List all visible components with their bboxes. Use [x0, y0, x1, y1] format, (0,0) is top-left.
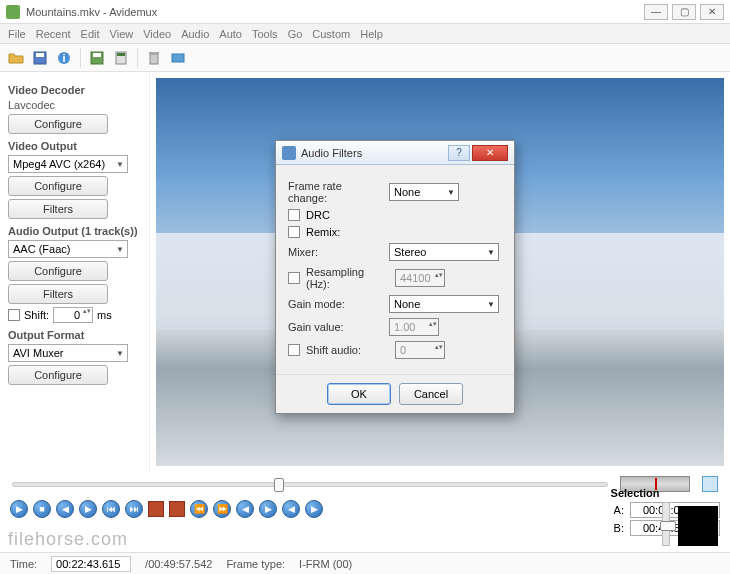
gain-mode-label: Gain mode:: [288, 298, 383, 310]
video-output-configure-button[interactable]: Configure: [8, 176, 108, 196]
menu-bar: File Recent Edit View Video Audio Auto T…: [0, 24, 730, 44]
drc-label: DRC: [306, 209, 330, 221]
watermark: filehorse.com: [8, 529, 128, 550]
remix-checkbox[interactable]: [288, 226, 300, 238]
shift-audio-checkbox[interactable]: [288, 344, 300, 356]
resampling-label: Resampling (Hz):: [306, 266, 389, 290]
audio-filters-dialog: Audio Filters ? ✕ Frame rate change: Non…: [275, 140, 515, 414]
delete-icon[interactable]: [144, 48, 164, 68]
menu-custom[interactable]: Custom: [312, 28, 350, 40]
shift-unit: ms: [97, 309, 112, 321]
video-decoder-heading: Video Decoder: [8, 84, 141, 96]
resampling-checkbox[interactable]: [288, 272, 300, 284]
save-icon[interactable]: [30, 48, 50, 68]
stop-button[interactable]: ■: [33, 500, 51, 518]
audio-output-combo[interactable]: AAC (Faac): [8, 240, 128, 258]
svg-text:i: i: [62, 52, 65, 64]
remix-label: Remix:: [306, 226, 340, 238]
window-title: Mountains.mkv - Avidemux: [26, 6, 644, 18]
next-keyframe-button[interactable]: ⏭: [125, 500, 143, 518]
video-output-heading: Video Output: [8, 140, 141, 152]
mark-a-button[interactable]: [148, 501, 164, 517]
shift-spinner[interactable]: 0: [53, 307, 93, 323]
prev-keyframe-button[interactable]: ⏮: [102, 500, 120, 518]
gain-value-label: Gain value:: [288, 321, 383, 333]
window-maximize-button[interactable]: ▢: [672, 4, 696, 20]
menu-auto[interactable]: Auto: [219, 28, 242, 40]
frame-type-label: Frame type:: [226, 558, 285, 570]
video-output-filters-button[interactable]: Filters: [8, 199, 108, 219]
volume-slider[interactable]: [662, 502, 670, 546]
menu-recent[interactable]: Recent: [36, 28, 71, 40]
shift-checkbox[interactable]: [8, 309, 20, 321]
status-bar: Time: 00:22:43.615 /00:49:57.542 Frame t…: [0, 552, 730, 574]
gain-mode-combo[interactable]: None: [389, 295, 499, 313]
back-one-min-button[interactable]: ◀: [236, 500, 254, 518]
dialog-close-button[interactable]: ✕: [472, 145, 508, 161]
dialog-cancel-button[interactable]: Cancel: [399, 383, 463, 405]
timeline-slider[interactable]: [12, 482, 608, 487]
main-toolbar: i: [0, 44, 730, 72]
menu-video[interactable]: Video: [143, 28, 171, 40]
play-button[interactable]: ▶: [10, 500, 28, 518]
window-minimize-button[interactable]: —: [644, 4, 668, 20]
window-titlebar: Mountains.mkv - Avidemux — ▢ ✕: [0, 0, 730, 24]
frame-rate-change-label: Frame rate change:: [288, 180, 383, 204]
mixer-combo[interactable]: Stereo: [389, 243, 499, 261]
next-frame-button[interactable]: ▶: [79, 500, 97, 518]
menu-tools[interactable]: Tools: [252, 28, 278, 40]
shift-label: Shift:: [24, 309, 49, 321]
svg-rect-9: [149, 52, 159, 54]
svg-rect-5: [93, 53, 101, 57]
output-format-combo[interactable]: AVI Muxer: [8, 344, 128, 362]
goto-a-button[interactable]: ◀: [282, 500, 300, 518]
decoder-configure-button[interactable]: Configure: [8, 114, 108, 134]
menu-audio[interactable]: Audio: [181, 28, 209, 40]
crop-icon[interactable]: [168, 48, 188, 68]
prev-frame-button[interactable]: ◀: [56, 500, 74, 518]
video-output-combo[interactable]: Mpeg4 AVC (x264): [8, 155, 128, 173]
dialog-ok-button[interactable]: OK: [327, 383, 391, 405]
frame-rate-change-combo[interactable]: None: [389, 183, 459, 201]
fwd-one-min-button[interactable]: ▶: [259, 500, 277, 518]
resampling-spinner[interactable]: 44100: [395, 269, 445, 287]
output-format-heading: Output Format: [8, 329, 141, 341]
timeline-thumb[interactable]: [274, 478, 284, 492]
shift-audio-label: Shift audio:: [306, 344, 389, 356]
frame-type-value: I-FRM (00): [299, 558, 352, 570]
menu-help[interactable]: Help: [360, 28, 383, 40]
calc-icon[interactable]: [111, 48, 131, 68]
drc-checkbox[interactable]: [288, 209, 300, 221]
sidebar: Video Decoder Lavcodec Configure Video O…: [0, 72, 150, 472]
selection-b-label: B:: [614, 522, 624, 534]
shift-audio-spinner[interactable]: 0: [395, 341, 445, 359]
menu-file[interactable]: File: [8, 28, 26, 40]
open-icon[interactable]: [6, 48, 26, 68]
mixer-label: Mixer:: [288, 246, 383, 258]
info-icon[interactable]: i: [54, 48, 74, 68]
audio-output-configure-button[interactable]: Configure: [8, 261, 108, 281]
menu-edit[interactable]: Edit: [81, 28, 100, 40]
svg-rect-7: [117, 53, 125, 56]
audio-output-filters-button[interactable]: Filters: [8, 284, 108, 304]
dialog-title: Audio Filters: [301, 147, 446, 159]
mark-b-button[interactable]: [169, 501, 185, 517]
go-end-button[interactable]: ⏩: [213, 500, 231, 518]
svg-rect-10: [172, 54, 184, 62]
format-configure-button[interactable]: Configure: [8, 365, 108, 385]
time-total: /00:49:57.542: [145, 558, 212, 570]
gain-value-spinner[interactable]: 1.00: [389, 318, 439, 336]
dialog-help-button[interactable]: ?: [448, 145, 470, 161]
selection-a-label: A:: [614, 504, 624, 516]
goto-b-button[interactable]: ▶: [305, 500, 323, 518]
save-alt-icon[interactable]: [87, 48, 107, 68]
window-close-button[interactable]: ✕: [700, 4, 724, 20]
time-current[interactable]: 00:22:43.615: [51, 556, 131, 572]
svg-rect-8: [150, 54, 158, 64]
go-start-button[interactable]: ⏪: [190, 500, 208, 518]
menu-view[interactable]: View: [110, 28, 134, 40]
menu-go[interactable]: Go: [288, 28, 303, 40]
vu-meter: [678, 506, 718, 546]
svg-rect-1: [36, 53, 44, 57]
dialog-icon: [282, 146, 296, 160]
